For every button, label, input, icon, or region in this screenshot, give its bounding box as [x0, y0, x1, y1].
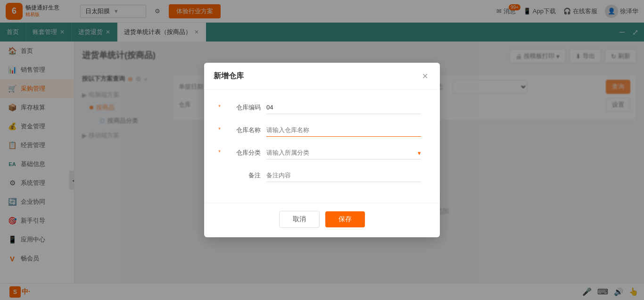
note-label: 备注: [223, 171, 261, 180]
category-input[interactable]: [266, 146, 421, 159]
form-row-code: 仓库编码: [223, 101, 421, 114]
name-label: 仓库名称: [223, 126, 261, 134]
code-input[interactable]: [266, 101, 421, 114]
dialog-header: 新增仓库 ✕: [204, 63, 440, 90]
dialog-footer: 取消 保存: [204, 203, 440, 237]
dialog-body: 仓库编码 仓库名称 仓库分类 ▾ 备注: [204, 90, 440, 203]
cancel-btn[interactable]: 取消: [279, 211, 320, 228]
add-warehouse-dialog: 新增仓库 ✕ 仓库编码 仓库名称 仓库分类 ▾: [204, 63, 440, 237]
form-row-name: 仓库名称: [223, 124, 421, 137]
category-arrow-icon: ▾: [418, 149, 421, 156]
form-row-category: 仓库分类 ▾: [223, 146, 421, 159]
form-row-note: 备注: [223, 169, 421, 182]
code-label: 仓库编码: [223, 103, 261, 112]
modal-overlay: 新增仓库 ✕ 仓库编码 仓库名称 仓库分类 ▾: [0, 0, 644, 300]
save-btn[interactable]: 保存: [325, 211, 365, 227]
name-input[interactable]: [266, 124, 421, 137]
note-input[interactable]: [266, 169, 421, 182]
category-label: 仓库分类: [223, 149, 261, 157]
dialog-title: 新增仓库: [214, 71, 244, 81]
dialog-close-btn[interactable]: ✕: [419, 70, 430, 82]
category-select-wrapper: ▾: [266, 146, 421, 159]
